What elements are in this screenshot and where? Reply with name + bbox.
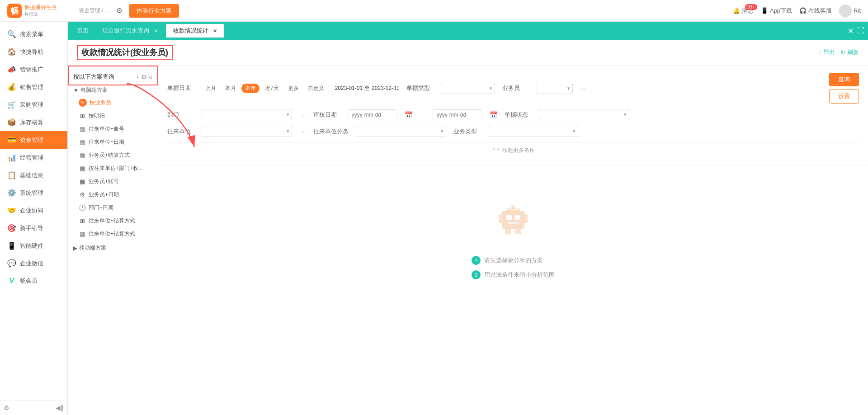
avatar xyxy=(839,5,852,17)
tab-bank-close[interactable]: ✕ xyxy=(154,28,158,34)
sidebar-settings-button[interactable]: ⚙ xyxy=(4,404,9,411)
top-bar-left: 畅 畅捷通好生意 标准版 资金管理 / ... ⚙ 体验行业方案 xyxy=(7,4,179,18)
scheme-item-counterpart-date[interactable]: ▦ 往来单位+日期 xyxy=(68,136,158,149)
clock-icon: 🕐 xyxy=(79,204,86,212)
counterpart-category-select[interactable] xyxy=(356,126,446,137)
salesman-more-icon[interactable]: ··· xyxy=(580,85,585,92)
counterpart-more-icon[interactable]: ··· xyxy=(301,128,306,135)
biz-type-select[interactable] xyxy=(488,126,578,137)
sidebar-item-quicknav[interactable]: 🏠 快捷导航 xyxy=(0,43,67,61)
scheme-group-pc-title[interactable]: ▼ 电脑端方案 xyxy=(68,85,158,96)
scheme-item-label-counterpart-settle1: 往来单位+结算方式 xyxy=(89,217,135,225)
scheme-item-dept-date[interactable]: 🕐 部门+日期 xyxy=(68,201,158,214)
voucher-type-select[interactable] xyxy=(441,83,495,94)
sidebar-item-enterprise[interactable]: 🤝 企业协同 xyxy=(0,202,67,219)
scheme-item-by-salesman[interactable]: ↻ 按业务员 xyxy=(68,96,158,109)
notification-button[interactable]: 🔔 消息 99+ xyxy=(733,7,754,15)
tab-bar: 首页 现金银行流水查询 ✕ 收款情况统计 ✕ ✕ ⛶ xyxy=(68,22,868,40)
tab-maximize-button[interactable]: ⛶ xyxy=(857,27,864,35)
counterpart-label: 往来单位 xyxy=(167,127,194,136)
sidebar-item-search[interactable]: 🔍 搜索菜单 xyxy=(0,25,67,43)
sidebar-item-wechat[interactable]: 💬 企业微信 xyxy=(0,255,67,272)
calendar-icon1[interactable]: 📅 xyxy=(405,111,412,118)
salesman-select-wrap xyxy=(537,83,573,94)
collapse-icon: ⌃⌃ xyxy=(491,147,500,154)
sidebar-label-member: 畅会员 xyxy=(20,277,38,285)
user-avatar-area[interactable]: Rit xyxy=(839,5,861,17)
sidebar-item-operations[interactable]: 📊 经营管理 xyxy=(0,149,67,166)
sidebar-item-marketing[interactable]: 📣 营销推广 xyxy=(0,61,67,78)
dept-select[interactable] xyxy=(202,109,292,120)
scheme-item-salesman-account[interactable]: ▦ 业务员+账号 xyxy=(68,175,158,188)
sidebar-item-finance[interactable]: 💳 资金管理 xyxy=(0,131,67,149)
sidebar-item-smarthw[interactable]: 📱 智能硬件 xyxy=(0,237,67,255)
left-panel-wrapper: 按以下方案查询 + ⚙ « ▼ 电脑端方案 xyxy=(68,66,158,307)
scheme-item-salesman-date[interactable]: ⚙ 业务员+日期 xyxy=(68,188,158,201)
chevron-down-icon: ▼ xyxy=(73,87,79,94)
settings-icon[interactable]: ⚙ xyxy=(113,5,126,17)
active-dot-icon: ↻ xyxy=(79,99,87,107)
collapse-button[interactable]: ⌃⌃ 收起更多条件 xyxy=(491,146,535,154)
review-date-start[interactable] xyxy=(348,109,397,120)
query-button[interactable]: 查询 xyxy=(829,73,859,86)
trial-button[interactable]: 体验行业方案 xyxy=(129,4,179,18)
operations-icon: 📊 xyxy=(7,153,16,162)
calendar-icon2[interactable]: 📅 xyxy=(490,111,497,118)
scheme-item-counterpart-settle1[interactable]: ⊞ 往来单位+结算方式 xyxy=(68,214,158,227)
sidebar-item-system[interactable]: ⚙️ 系统管理 xyxy=(0,184,67,202)
refresh-icon: ↻ xyxy=(840,49,845,56)
tab-collect-label: 收款情况统计 xyxy=(173,27,208,35)
tab-collect-close[interactable]: ✕ xyxy=(213,28,217,34)
home-icon: 🏠 xyxy=(7,47,16,56)
date-tab-last-month[interactable]: 上月 xyxy=(202,84,220,93)
grid-icon: ⊞ xyxy=(79,113,86,120)
sidebar-collapse-button[interactable]: ◀‖ xyxy=(56,404,64,411)
sidebar-item-purchase[interactable]: 🛒 采购管理 xyxy=(0,96,67,113)
date-tab-7days[interactable]: 近7天 xyxy=(261,84,283,93)
sidebar-item-member[interactable]: V 畅会员 xyxy=(0,272,67,289)
scheme-item-by-detail[interactable]: ⊞ 按明细 xyxy=(68,109,158,123)
date-range-start: 2023-01-01 xyxy=(335,85,363,91)
review-date-end[interactable] xyxy=(433,109,482,120)
counterpart-select-wrap xyxy=(202,126,292,137)
counterpart-select[interactable] xyxy=(202,126,292,137)
app-layout: 🔍 搜索菜单 🏠 快捷导航 📣 营销推广 💰 销售管理 🛒 采购管理 📦 xyxy=(0,22,868,415)
panel-collapse-button[interactable]: « xyxy=(149,73,152,80)
scheme-item-by-counterpart-dept[interactable]: ▦ 按往来单位+部门+收... xyxy=(68,162,158,175)
refresh-button[interactable]: ↻ 刷新 xyxy=(840,48,859,57)
sidebar-item-sales[interactable]: 💰 销售管理 xyxy=(0,78,67,96)
scheme-item-counterpart-account[interactable]: ▦ 往来单位+账号 xyxy=(68,123,158,136)
tab-home[interactable]: 首页 xyxy=(71,24,94,38)
panel-add-button[interactable]: + xyxy=(136,73,139,80)
salesman-select[interactable] xyxy=(537,83,573,94)
app-download-button[interactable]: 📱 App下载 xyxy=(761,7,792,15)
scheme-item-salesman-settle[interactable]: ▦ 业务员+结算方式 xyxy=(68,149,158,162)
scheme-group-mobile-title[interactable]: ▶ 移动端方案 xyxy=(68,242,158,254)
dept-more-icon[interactable]: ··· xyxy=(301,111,306,118)
export-button[interactable]: ↑ 导出 xyxy=(819,48,835,57)
counterpart-category-label: 往来单位分类 xyxy=(313,127,349,136)
chart-icon: ▦ xyxy=(79,152,86,159)
sales-icon: 💰 xyxy=(7,83,16,91)
online-service-button[interactable]: 🎧 在线客服 xyxy=(799,7,832,15)
date-tab-custom[interactable]: 自定义 xyxy=(304,84,328,93)
filter-row-counterpart: 往来单位 ··· 往来单位分类 业务类型 xyxy=(167,126,859,137)
svg-rect-2 xyxy=(506,215,512,220)
scheme-item-counterpart-settle2[interactable]: ▦ 往来单位+结算方式 xyxy=(68,227,158,241)
filter-row-dept: 部门 ··· 审核日期 📅 — 📅 单据状态 xyxy=(167,109,859,120)
sidebar-item-basicinfo[interactable]: 📋 基础信息 xyxy=(0,166,67,184)
date-tab-more[interactable]: 更多 xyxy=(284,84,302,93)
tab-bank[interactable]: 现金银行流水查询 ✕ xyxy=(95,24,165,38)
tab-collect[interactable]: 收款情况统计 ✕ xyxy=(166,24,224,38)
review-date-label: 审核日期 xyxy=(313,111,340,119)
date-tab-this-year[interactable]: 本年 xyxy=(241,84,259,93)
sidebar-item-inventory[interactable]: 📦 库存核算 xyxy=(0,113,67,131)
tab-minimize-button[interactable]: ✕ xyxy=(848,27,854,35)
sidebar-item-guide[interactable]: 🎯 新手引导 xyxy=(0,219,67,237)
voucher-status-select[interactable] xyxy=(539,109,629,120)
sidebar-label-enterprise: 企业协同 xyxy=(20,207,43,215)
scheme-item-label-counterpart-date: 往来单位+日期 xyxy=(89,138,124,146)
date-tab-this-month[interactable]: 本月 xyxy=(222,84,240,93)
set-button[interactable]: 设置 xyxy=(829,89,859,104)
panel-settings-button[interactable]: ⚙ xyxy=(141,73,147,80)
